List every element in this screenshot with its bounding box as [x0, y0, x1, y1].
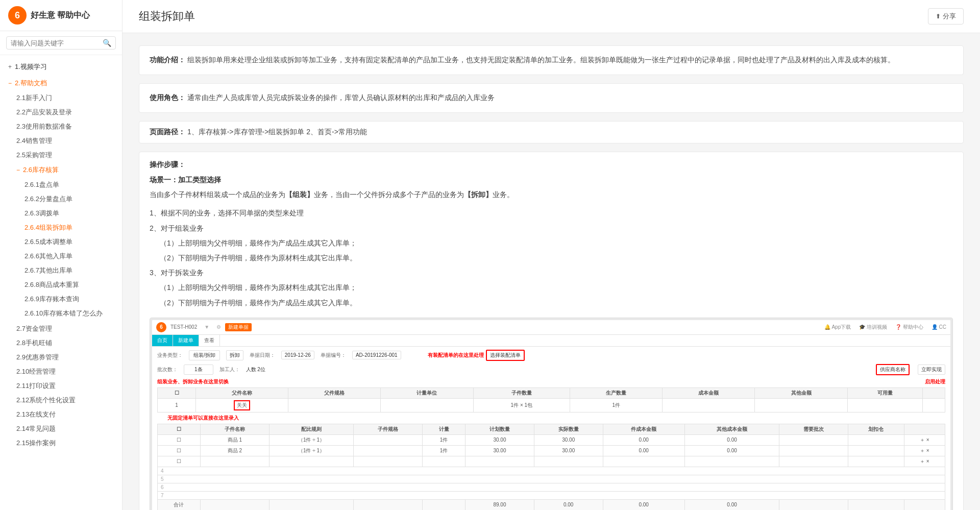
mock-worker-count: 人数 2位	[246, 366, 265, 373]
sidebar-item-purchase[interactable]: 2.5采购管理	[0, 148, 122, 162]
sidebar-item-sales[interactable]: 2.4销售管理	[0, 134, 122, 148]
mock-upper-table: ☐ 父件名称 父件规格 计量单位 子件数量 生产数量 成本金额 其他金额 可用量	[157, 387, 945, 412]
sidebar-item-cases[interactable]: 2.15操作案例	[0, 436, 122, 450]
search-wrapper: 🔍	[6, 36, 116, 50]
annotation1: 有装配清单的在这里处理	[428, 352, 484, 359]
sidebar-item-cost-recalc[interactable]: 2.6.8商品成本重算	[0, 278, 122, 292]
intro-box: 功能介绍： 组装拆卸单用来处理企业组装或拆卸等加工业务，支持有固定装配清单的产品…	[139, 45, 964, 75]
search-input[interactable]	[11, 39, 103, 47]
mock-tab-main: 自页	[152, 335, 173, 346]
share-label: 分享	[943, 12, 956, 21]
cell-other-val	[755, 398, 847, 412]
lower-col-check: ☐	[158, 424, 201, 434]
nav-section-inventory: − 2.6库存核算 2.6.1盘点单 2.6.2分量盘点单 2.6.3调拨单 2…	[0, 162, 122, 321]
mock-company: TEST-H002	[170, 324, 197, 330]
mock-date-value: 2019-12-26	[281, 351, 314, 359]
sidebar-item-inventory[interactable]: − 2.6库存核算	[0, 162, 122, 178]
sidebar-item-mobile[interactable]: 2.8手机旺铺	[0, 336, 122, 350]
lower-table-row-1: ☐ 商品 1 （1件 ÷ 1） 1件 30.00 30.00 0.00 0.0	[158, 434, 945, 445]
sidebar-item-install[interactable]: 2.2产品安装及登录	[0, 105, 122, 119]
sidebar-item-system-settings[interactable]: 2.12系统个性化设置	[0, 393, 122, 407]
minus-orange-icon: −	[16, 166, 20, 174]
sidebar-nav: + 1.视频学习 − 2.帮助文档 2.1新手入门 2.2产品安装及登录 2.3…	[0, 55, 122, 510]
mock-table-header-row: ☐ 父件名称 父件规格 计量单位 子件数量 生产数量 成本金额 其他金额 可用量	[158, 387, 945, 398]
sidebar-item-prepare[interactable]: 2.3使用前数据准备	[0, 119, 122, 134]
sidebar-item-docs[interactable]: − 2.帮助文档	[0, 76, 122, 91]
sidebar-item-online-pay[interactable]: 2.13在线支付	[0, 407, 122, 422]
mock-docno-label: 单据编号：	[321, 352, 346, 359]
lower-table-row-5: 5	[158, 475, 945, 483]
annotation2: 组装业务、拆卸业务在这里切换	[157, 378, 229, 385]
mock-ui: 6 TEST-H002 ▼ ⚙ 新建单据 🔔 App下载 🎓 培训视频 ❓ 帮助…	[152, 320, 950, 510]
sidebar-item-inventory-fix[interactable]: 2.6.10库存账本错了怎么办	[0, 306, 122, 321]
lower-col-batch: 需要批次	[779, 424, 848, 434]
sidebar-item-beginner[interactable]: 2.1新手入门	[0, 91, 122, 105]
sidebar-item-coupon[interactable]: 2.9优惠券管理	[0, 350, 122, 365]
share-button[interactable]: ⬆ 分享	[928, 8, 964, 25]
role-box: 使用角色： 通常由生产人员或库管人员完成拆装业务的操作，库管人员确认原材料的出库…	[139, 83, 964, 113]
sidebar-item-inventory-query[interactable]: 2.6.9库存账本查询	[0, 292, 122, 306]
col-avail: 可用量	[847, 387, 922, 398]
sidebar-item-print[interactable]: 2.11打印设置	[0, 379, 122, 393]
lower-table-row-3: ☐	[158, 456, 945, 467]
col-unit: 计量单位	[381, 387, 473, 398]
cell-prod-qty-val: 1件	[570, 398, 663, 412]
sidebar-item-cost-adjust[interactable]: 2.6.5成本调整单	[0, 235, 122, 249]
sidebar-logo: 6 好生意 帮助中心	[0, 0, 122, 31]
col-cost: 成本金额	[663, 387, 755, 398]
sidebar-item-partial-stocktake[interactable]: 2.6.2分量盘点单	[0, 192, 122, 206]
lower-table-row-7: 7	[158, 491, 945, 499]
lower-col-spec2: 子件规格	[354, 424, 423, 434]
sidebar-item-other-out[interactable]: 2.6.7其他出库单	[0, 263, 122, 278]
step3-sub-steps: （1）上部明细为父件明细，最终作为原材料生成其它出库单； （2）下部明细为子件明…	[150, 281, 953, 309]
intro-label: 功能介绍：	[150, 56, 185, 64]
mock-tab-newdoc: 新建单	[173, 335, 199, 346]
lower-col-cost2: 件成本金额	[603, 424, 684, 434]
sidebar-item-finance[interactable]: 2.7资金管理	[0, 322, 122, 336]
content-area: 功能介绍： 组装拆卸单用来处理企业组装或拆卸等加工业务，支持有固定装配清单的产品…	[122, 33, 980, 510]
mock-count-label: 批次数：	[157, 366, 178, 373]
sidebar-item-operation[interactable]: 2.10经营管理	[0, 365, 122, 379]
path-label: 页面路径：	[150, 128, 185, 136]
mock-date-label: 单据日期：	[250, 352, 275, 359]
lower-col-ops2	[904, 424, 945, 434]
lower-col-rule: 配比规则	[269, 424, 354, 434]
share-icon: ⬆	[936, 13, 941, 20]
scene1-desc: 当由多个子件材料组装成一个成品的业务为【组装】业务，当由一个父件拆分成多个子产品…	[150, 189, 953, 201]
intro-text: 组装拆卸单用来处理企业组装或拆卸等加工业务，支持有固定装配清单的产品加工业务，也…	[187, 56, 895, 64]
sidebar-item-other-in[interactable]: 2.6.6其他入库单	[0, 249, 122, 263]
annotation4: 无固定清单可以直接在这里录入	[167, 415, 239, 421]
ops-title: 操作步骤：	[150, 160, 953, 169]
cell-parent-name: 关关	[196, 398, 288, 412]
lower-col-unit2: 计量	[423, 424, 465, 434]
sidebar: 6 好生意 帮助中心 🔍 + 1.视频学习 − 2.帮助文档 2.1新手入门 2…	[0, 0, 122, 510]
cell-seq: 1	[158, 398, 196, 412]
sidebar-item-stocktake[interactable]: 2.6.1盘点单	[0, 178, 122, 192]
lower-col-other2: 其他成本金额	[684, 424, 779, 434]
nav-items-docs: 2.1新手入门 2.2产品安装及登录 2.3使用前数据准备 2.4销售管理 2.…	[0, 91, 122, 450]
ops-section: 操作步骤： 场景一：加工类型选择 当由多个子件材料组装成一个成品的业务为【组装】…	[139, 152, 964, 510]
main-header: 组装拆卸单 ⬆ 分享	[122, 0, 980, 33]
sidebar-item-faq[interactable]: 2.14常见问题	[0, 422, 122, 436]
cell-avail-val	[847, 398, 922, 412]
sidebar-item-video-label: 1.视频学习	[15, 62, 47, 71]
search-icon[interactable]: 🔍	[103, 39, 111, 47]
plus-icon: +	[8, 63, 12, 70]
role-label: 使用角色：	[150, 93, 185, 102]
lower-table-row-6: 6	[158, 483, 945, 491]
col-spec: 父件规格	[288, 387, 381, 398]
mock-newdoc-btn: 新建单据	[225, 323, 252, 331]
sidebar-item-transfer[interactable]: 2.6.3调拨单	[0, 206, 122, 221]
role-text: 通常由生产人员或库管人员完成拆装业务的操作，库管人员确认原材料的出库和产成品的入…	[187, 93, 495, 102]
main-content: 组装拆卸单 ⬆ 分享 功能介绍： 组装拆卸单用来处理企业组装或拆卸等加工业务，支…	[122, 0, 980, 510]
minus-icon: −	[8, 80, 12, 87]
scene1-title: 场景一：加工类型选择	[150, 176, 953, 185]
table-row: 1 关关 1件 × 1包 1件	[158, 398, 945, 412]
cell-unit	[381, 398, 473, 412]
path-box: 页面路径： 1、库存核算->库存管理->组装拆卸单 2、首页->常用功能	[139, 121, 964, 143]
mock-topbar: 6 TEST-H002 ▼ ⚙ 新建单据 🔔 App下载 🎓 培训视频 ❓ 帮助…	[152, 320, 950, 335]
sidebar-item-assembly[interactable]: 2.6.4组装拆卸单	[0, 221, 122, 235]
lower-col-warehouse: 划扣仓	[848, 424, 904, 434]
mock-lower-header-row: ☐ 子件名称 配比规则 子件规格 计量 计划数量 实际数量 件成本金额 其他成本	[158, 424, 945, 434]
sidebar-item-video[interactable]: + 1.视频学习	[0, 59, 122, 75]
